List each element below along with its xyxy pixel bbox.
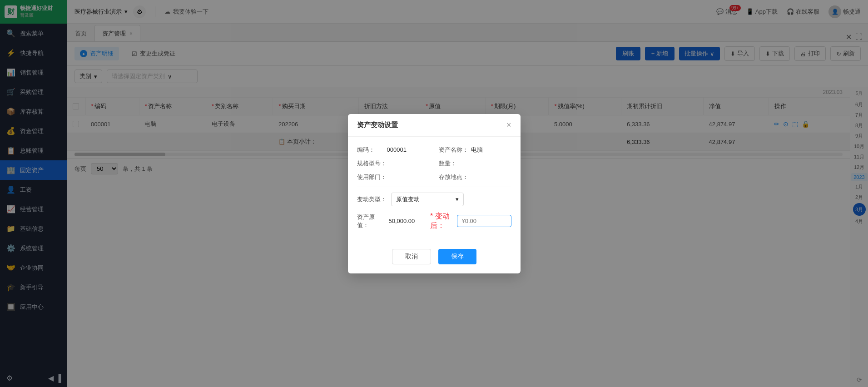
modal-row-2: 规格型号： 数量： [357,159,511,168]
save-button[interactable]: 保存 [438,249,476,264]
modal-close-btn[interactable]: × [506,120,511,130]
change-type-arrow: ▾ [456,196,459,203]
modal-divider [357,187,511,187]
modal-dept-field: 使用部门： [357,173,430,181]
modal-body: 编码： 000001 资产名称： 电脑 规格型号： 数量： [348,137,521,249]
modal-value-row: 资产原值： 50,000.00 * 变动后： [357,212,511,231]
modal-code-label: 编码： [357,146,384,154]
change-type-select[interactable]: 原值变动 ▾ [391,193,464,206]
modal-original-value-label: 资产原值： [357,213,384,229]
modal-location-field: 存放地点： [439,173,511,181]
modal-code-field: 编码： 000001 [357,146,430,154]
modal-spec-label: 规格型号： [357,159,387,168]
modal-asset-name-label: 资产名称： [439,146,468,154]
modal-after-label: * 变动后： [430,212,452,231]
asset-change-modal: 资产变动设置 × 编码： 000001 资产名称： 电脑 规格型号： [348,114,521,273]
modal-quantity-field: 数量： [439,159,511,168]
modal-row-1: 编码： 000001 资产名称： 电脑 [357,146,511,154]
modal-dept-label: 使用部门： [357,173,387,181]
modal-asset-name-value: 电脑 [471,146,483,154]
modal-after-input[interactable] [457,215,511,227]
modal-overlay[interactable]: 资产变动设置 × 编码： 000001 资产名称： 电脑 规格型号： [0,0,868,387]
modal-location-label: 存放地点： [439,173,468,181]
cancel-button[interactable]: 取消 [392,249,431,264]
modal-footer: 取消 保存 [348,249,521,273]
modal-spec-field: 规格型号： [357,159,430,168]
change-type-value: 原值变动 [396,195,420,203]
modal-header: 资产变动设置 × [348,114,521,137]
modal-title: 资产变动设置 [357,121,398,129]
modal-code-value: 000001 [387,146,407,153]
modal-change-type-row: 变动类型： 原值变动 ▾ [357,193,511,206]
modal-asset-name-field: 资产名称： 电脑 [439,146,511,154]
modal-change-type-label: 变动类型： [357,195,387,203]
modal-quantity-label: 数量： [439,159,466,168]
modal-original-value: 50,000.00 [389,215,426,227]
modal-row-3: 使用部门： 存放地点： [357,173,511,181]
